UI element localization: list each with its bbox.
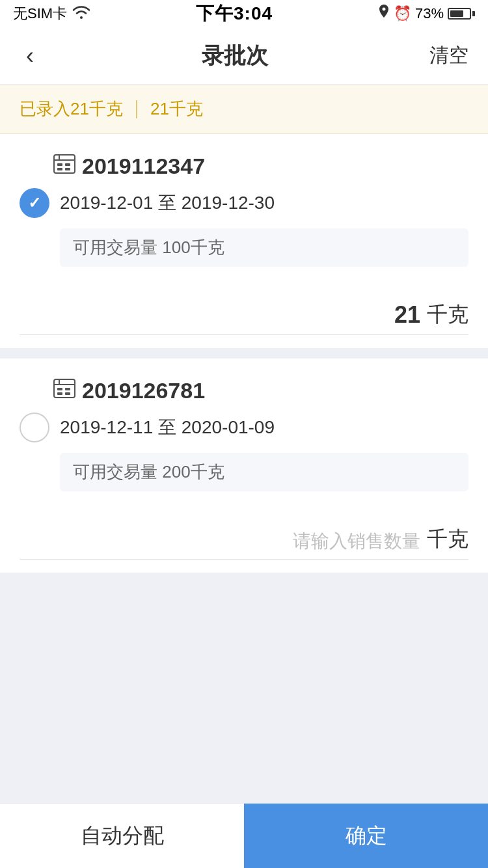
info-banner: 已录入21千克 21千克	[0, 85, 488, 134]
info-divider	[136, 100, 137, 118]
svg-rect-3	[57, 163, 62, 166]
recorded-info: 已录入21千克	[20, 98, 123, 120]
page-title: 录批次	[202, 41, 268, 71]
carrier-text: 无SIM卡	[13, 4, 67, 23]
batch-id-icon-1	[53, 154, 75, 178]
svg-rect-0	[54, 155, 75, 173]
svg-rect-12	[57, 392, 62, 395]
status-time: 下午3:04	[196, 1, 273, 26]
auto-distribute-button[interactable]: 自动分配	[0, 804, 244, 868]
batch-date-row-1[interactable]: ✓ 2019-12-01 至 2019-12-30	[20, 188, 468, 218]
qty-field-1: 千克	[20, 301, 468, 335]
qty-unit-1: 千克	[427, 301, 468, 329]
back-button[interactable]: ‹	[20, 36, 40, 76]
input-row-2: 千克	[0, 515, 488, 573]
svg-rect-7	[54, 379, 75, 398]
batch-date-text-1: 2019-12-01 至 2019-12-30	[60, 191, 275, 215]
battery-percent: 73%	[415, 5, 444, 22]
bottom-bar: 自动分配 确定	[0, 803, 488, 868]
batch-id-row-2: 2019126781	[20, 378, 468, 403]
batch-date-text-2: 2019-12-11 至 2020-01-09	[60, 415, 275, 440]
status-bar: 无SIM卡 下午3:04 ⏰ 73%	[0, 0, 488, 27]
radio-button-1[interactable]: ✓	[20, 188, 49, 218]
batch-id-row-1: 2019112347	[20, 154, 468, 179]
available-row-2: 可用交易量 200千克	[60, 453, 468, 491]
svg-rect-10	[57, 388, 62, 390]
qty-unit-2: 千克	[427, 525, 468, 554]
status-right: ⏰ 73%	[378, 5, 475, 23]
battery-icon	[448, 8, 475, 20]
qty-field-2: 千克	[20, 525, 468, 560]
batch-card-2: 2019126781 2019-12-11 至 2020-01-09 可用交易量…	[0, 359, 488, 515]
wifi-icon	[72, 5, 90, 23]
status-left: 无SIM卡	[13, 4, 90, 23]
location-icon	[378, 5, 390, 23]
svg-rect-6	[65, 168, 70, 170]
qty-input-2[interactable]	[251, 526, 420, 553]
batch-card-1: 2019112347 ✓ 2019-12-01 至 2019-12-30 可用交…	[0, 134, 488, 290]
batch-id-text-1: 2019112347	[82, 154, 205, 179]
svg-rect-5	[57, 168, 62, 170]
radio-button-2[interactable]	[20, 413, 49, 442]
section-divider	[0, 348, 488, 359]
svg-rect-4	[65, 163, 70, 166]
batch-date-row-2[interactable]: 2019-12-11 至 2020-01-09	[20, 413, 468, 442]
nav-bar: ‹ 录批次 清空	[0, 27, 488, 85]
batch-id-text-2: 2019126781	[82, 378, 205, 403]
check-icon-1: ✓	[28, 194, 41, 212]
clear-button[interactable]: 清空	[429, 42, 468, 69]
available-row-1: 可用交易量 100千克	[60, 228, 468, 267]
confirm-button[interactable]: 确定	[244, 804, 488, 868]
svg-rect-11	[65, 388, 70, 390]
qty-input-1[interactable]	[342, 301, 420, 329]
alarm-icon: ⏰	[394, 5, 411, 22]
batch-id-icon-2	[53, 379, 75, 403]
total-info: 21千克	[150, 98, 203, 120]
main-background	[0, 573, 488, 833]
input-row-1: 千克	[0, 290, 488, 348]
svg-rect-13	[65, 392, 70, 395]
